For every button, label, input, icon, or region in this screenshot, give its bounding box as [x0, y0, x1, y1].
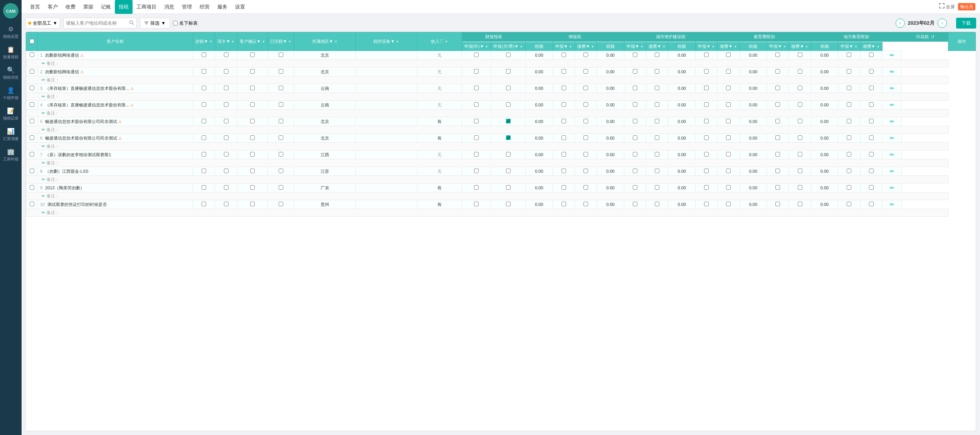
sb2-checkbox[interactable]: [624, 134, 646, 143]
sb3-checkbox[interactable]: [695, 134, 717, 143]
edit-icon[interactable]: ✏: [890, 168, 894, 174]
sb1-checkbox[interactable]: [553, 101, 575, 110]
jf1-checkbox[interactable]: [575, 167, 597, 176]
cb-month-checkbox[interactable]: [491, 84, 526, 93]
cb-month-checkbox[interactable]: [491, 134, 526, 143]
sidebar-item-geshui[interactable]: 👤 个税申报: [0, 83, 22, 103]
jf3-checkbox[interactable]: [718, 67, 740, 76]
chaosui-checkbox[interactable]: [193, 117, 215, 126]
nav-gongshang[interactable]: 工商项目: [133, 0, 160, 14]
ywans-checkbox[interactable]: [268, 84, 294, 93]
jf5-checkbox[interactable]: [860, 134, 882, 143]
jf1-checkbox[interactable]: [575, 150, 597, 159]
qingka-checkbox[interactable]: [215, 184, 237, 192]
row-checkbox-cell[interactable]: [26, 134, 38, 143]
jf5-checkbox[interactable]: [860, 101, 882, 110]
jf1-checkbox[interactable]: [575, 67, 597, 76]
khqr-checkbox[interactable]: [237, 167, 267, 176]
download-button[interactable]: 下载: [956, 18, 976, 29]
jf3-checkbox[interactable]: [718, 101, 740, 110]
sb2-checkbox[interactable]: [624, 84, 646, 93]
edit-cell[interactable]: ✏: [882, 167, 901, 176]
th-sb1[interactable]: 申报▼: [553, 42, 575, 51]
ywans-checkbox[interactable]: [268, 167, 294, 176]
edit-cell[interactable]: ✏: [882, 117, 901, 126]
jf5-checkbox[interactable]: [860, 200, 882, 209]
cb-month-checkbox[interactable]: [491, 167, 526, 176]
chaosui-checkbox[interactable]: [193, 167, 215, 176]
row-checkbox-cell[interactable]: [26, 150, 38, 159]
edit-cell[interactable]: ✏: [882, 101, 901, 110]
jf2-checkbox[interactable]: [646, 200, 668, 209]
fullscreen-btn[interactable]: 全屏: [939, 3, 955, 10]
th-jf2[interactable]: 缴费▼: [646, 42, 668, 51]
jf5-checkbox[interactable]: [860, 150, 882, 159]
nav-jingying[interactable]: 经营: [196, 0, 213, 14]
qingka-checkbox[interactable]: [215, 134, 237, 143]
sb3-checkbox[interactable]: [695, 150, 717, 159]
qingka-checkbox[interactable]: [215, 84, 237, 93]
khqr-checkbox[interactable]: [237, 84, 267, 93]
sb4-checkbox[interactable]: [767, 101, 789, 110]
sb1-checkbox[interactable]: [553, 134, 575, 143]
sb2-checkbox[interactable]: [624, 167, 646, 176]
th-qingka[interactable]: 清卡▼: [215, 32, 237, 51]
edit-icon[interactable]: ✏: [890, 102, 894, 108]
qingka-checkbox[interactable]: [215, 51, 237, 60]
nav-shezhi[interactable]: 设置: [231, 0, 249, 14]
sb3-checkbox[interactable]: [695, 200, 717, 209]
ywans-checkbox[interactable]: [268, 67, 294, 76]
jf3-checkbox[interactable]: [718, 134, 740, 143]
select-all-checkbox[interactable]: [30, 39, 34, 44]
jf2-checkbox[interactable]: [646, 67, 668, 76]
jf5-checkbox[interactable]: [860, 167, 882, 176]
jf4-checkbox[interactable]: [789, 184, 811, 192]
cb-year-checkbox[interactable]: [462, 51, 491, 60]
employee-filter-select[interactable]: 全部员工 ▼: [25, 18, 60, 29]
cb-year-checkbox[interactable]: [462, 84, 491, 93]
sb4-checkbox[interactable]: [767, 150, 789, 159]
cb-month-checkbox[interactable]: [491, 67, 526, 76]
sb2-checkbox[interactable]: [624, 184, 646, 192]
qingka-checkbox[interactable]: [215, 150, 237, 159]
edit-cell[interactable]: ✏: [882, 150, 901, 159]
sb2-checkbox[interactable]: [624, 51, 646, 60]
edit-cell[interactable]: ✏: [882, 134, 901, 143]
khqr-checkbox[interactable]: [237, 134, 267, 143]
khqr-checkbox[interactable]: [237, 150, 267, 159]
th-sb2[interactable]: 申报▼: [624, 42, 646, 51]
sb3-checkbox[interactable]: [695, 84, 717, 93]
khqr-checkbox[interactable]: [237, 51, 267, 60]
th-jf5[interactable]: 缴费▼: [860, 42, 882, 51]
jf4-checkbox[interactable]: [789, 101, 811, 110]
khqr-checkbox[interactable]: [237, 200, 267, 209]
edit-cell[interactable]: ✏: [882, 51, 901, 60]
jf4-checkbox[interactable]: [789, 134, 811, 143]
th-sb5[interactable]: 申报▼: [838, 42, 860, 51]
edit-icon[interactable]: ✏: [890, 52, 894, 58]
sb3-checkbox[interactable]: [695, 67, 717, 76]
sb1-checkbox[interactable]: [553, 150, 575, 159]
sb2-checkbox[interactable]: [624, 200, 646, 209]
jf4-checkbox[interactable]: [789, 150, 811, 159]
jf3-checkbox[interactable]: [718, 150, 740, 159]
th-area[interactable]: 所属地区▼: [294, 32, 356, 51]
jf2-checkbox[interactable]: [646, 150, 668, 159]
nav-customer[interactable]: 客户: [44, 0, 62, 14]
prev-month-button[interactable]: ‹: [896, 19, 905, 28]
sb5-checkbox[interactable]: [838, 117, 860, 126]
nav-baoshui[interactable]: 报税: [115, 0, 133, 14]
sidebar-item-huisuanjieqiao[interactable]: 📊 汇算清缴: [0, 124, 22, 144]
jf1-checkbox[interactable]: [575, 117, 597, 126]
cb-month-checkbox[interactable]: [491, 117, 526, 126]
jf1-checkbox[interactable]: [575, 84, 597, 93]
sb5-checkbox[interactable]: [838, 84, 860, 93]
chaosui-checkbox[interactable]: [193, 150, 215, 159]
edit-icon[interactable]: ✏: [890, 185, 894, 191]
sb4-checkbox[interactable]: [767, 84, 789, 93]
sb4-checkbox[interactable]: [767, 200, 789, 209]
chaosui-checkbox[interactable]: [193, 51, 215, 60]
th-chaosui[interactable]: 抄税▼: [193, 32, 215, 51]
sb4-checkbox[interactable]: [767, 117, 789, 126]
sb2-checkbox[interactable]: [624, 101, 646, 110]
